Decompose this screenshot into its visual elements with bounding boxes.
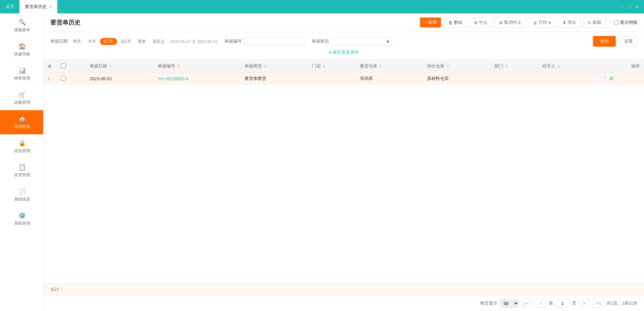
th-actions: 操作	[596, 60, 644, 73]
th-req-warehouse: 要货仓库 ⇅	[356, 60, 423, 73]
filter-bar: 单据日期 昨天 今天 近7天 近1月 更多 自定义 2023-05-27 至 2…	[44, 32, 644, 60]
cancel-stop-button[interactable]: ⊗ 取消中止	[495, 17, 526, 28]
sidebar: 🔍 搜索菜单 🏠 快捷导航 📊 销售管理 🛒 采购管理 🏠 库存核算 🔒 资金管…	[0, 13, 44, 311]
sidebar-item-sales[interactable]: 📊 销售管理	[0, 62, 43, 86]
header-actions: + 新增 🗑 删除 ⊗ 中止 ⊗ 取消中止 🖨 打印 ▾	[420, 17, 637, 28]
sort-wait-warehouse-icon[interactable]: ⇅	[446, 64, 449, 68]
inventory-icon: 🏠	[18, 115, 26, 123]
search-menu-icon: 🔍	[18, 18, 26, 26]
purchase-icon: 🛒	[18, 91, 26, 98]
tab-home[interactable]: 首页	[0, 0, 19, 13]
doc-no-link[interactable]: YH-20230602-4	[158, 76, 189, 81]
system-icon: ⚙️	[18, 212, 26, 219]
close-icon[interactable]: ✕	[635, 4, 639, 9]
stop-button[interactable]: ⊗ 中止	[470, 17, 492, 28]
table-footer: 合计：	[44, 283, 644, 295]
sidebar-item-label: 销售管理	[14, 76, 30, 81]
date-btn-7days[interactable]: 近7天	[100, 38, 117, 45]
sort-dept-icon[interactable]: ⇅	[505, 64, 508, 68]
select-all-checkbox[interactable]	[61, 63, 66, 68]
date-btn-yesterday[interactable]: 昨天	[70, 38, 84, 45]
sidebar-item-label: 基础信息	[14, 196, 30, 202]
refresh-button[interactable]: ↻ 刷新	[583, 17, 606, 28]
cancel-stop-icon: ⊗	[499, 20, 503, 25]
tab-requisition-history[interactable]: 要货单历史 ✕	[19, 0, 57, 13]
settings-button[interactable]: 设置	[620, 36, 637, 46]
first-page-button[interactable]: |＜	[522, 299, 533, 308]
date-btn-more[interactable]: 更多	[135, 38, 149, 45]
sidebar-item-label: 采购管理	[14, 100, 30, 105]
content-area: 要货单历史 + 新增 🗑 删除 ⊗ 中止 ⊗ 取消中止 🖨 打印	[44, 13, 644, 311]
view-action-icon[interactable]: 📄	[600, 76, 606, 82]
sort-store-icon[interactable]: ⇅	[323, 64, 325, 68]
sidebar-item-label: 快捷导航	[14, 51, 30, 57]
sidebar-item-inventory[interactable]: 🏠 库存核算	[0, 110, 43, 134]
th-checkbox	[57, 60, 86, 73]
query-button[interactable]: 查询	[593, 36, 616, 47]
print-icon: 🖨	[533, 20, 537, 25]
td-req-warehouse: 车间库	[356, 73, 423, 85]
page-number-input[interactable]	[556, 300, 569, 307]
date-btn-1month[interactable]: 近1月	[118, 38, 134, 45]
td-row-num: 1	[44, 73, 57, 85]
page-size-label: 每页显示	[480, 300, 497, 306]
maximize-icon[interactable]: □	[628, 4, 631, 9]
sort-handler-icon[interactable]: ⇅	[557, 64, 560, 68]
docno-label: 单据编号	[224, 38, 242, 44]
next-page-button[interactable]: ＞	[579, 299, 589, 308]
date-label: 单据日期	[50, 38, 68, 44]
print-button[interactable]: 🖨 打印 ▾	[529, 17, 555, 28]
sidebar-item-label: 系统管理	[14, 221, 30, 226]
td-doc-no: YH-20230602-4	[154, 73, 240, 85]
sum-label: 合计：	[50, 286, 63, 293]
sort-doc-date-icon[interactable]: ⇅	[109, 64, 112, 68]
close-tab-icon[interactable]: ✕	[49, 4, 52, 9]
sort-doc-type-icon[interactable]: ⇅	[264, 64, 267, 68]
docno-input[interactable]	[245, 37, 305, 46]
sort-req-warehouse-icon[interactable]: ⇅	[379, 64, 382, 68]
td-dept	[490, 73, 538, 85]
status-filter-group: 单据状态 ▾	[312, 37, 392, 46]
show-detail-checkbox-group[interactable]: 显示明细	[614, 19, 637, 26]
td-handler	[538, 73, 596, 85]
sidebar-item-quick-nav[interactable]: 🏠 快捷导航	[0, 38, 43, 62]
gear-icon[interactable]: ⚙	[48, 64, 52, 69]
show-detail-checkbox[interactable]	[614, 20, 619, 25]
status-select[interactable]: ▾	[332, 37, 392, 46]
expand-icon: ▾	[329, 50, 331, 55]
last-page-button[interactable]: ＞|	[592, 299, 603, 308]
sidebar-item-search-menu[interactable]: 🔍 搜索菜单	[0, 13, 43, 38]
export-icon: ⬆	[562, 20, 566, 25]
td-actions: 📄 ⚙	[596, 73, 644, 85]
sidebar-item-purchase[interactable]: 🛒 采购管理	[0, 86, 43, 110]
date-quick-btns: 昨天 今天 近7天 近1月 更多 自定义	[70, 38, 167, 45]
sidebar-item-finance[interactable]: 🔒 资金管理	[0, 134, 43, 159]
prev-page-button[interactable]: ＜	[536, 299, 546, 308]
print-dropdown-icon: ▾	[549, 20, 551, 25]
date-filter-group: 单据日期 昨天 今天 近7天 近1月 更多 自定义 2023-05-27 至 2…	[50, 38, 218, 45]
new-button[interactable]: + 新增	[420, 17, 441, 28]
row-checkbox[interactable]	[61, 76, 66, 81]
date-btn-today[interactable]: 今天	[85, 38, 99, 45]
minimize-icon[interactable]: －	[620, 4, 624, 10]
th-dept: 部门 ⇅	[490, 60, 538, 73]
page-header: 要货单历史 + 新增 🗑 删除 ⊗ 中止 ⊗ 取消中止 🖨 打印	[44, 13, 644, 32]
status-label: 单据状态	[312, 38, 329, 44]
sidebar-item-system[interactable]: ⚙️ 系统管理	[0, 207, 43, 231]
export-button[interactable]: ⬆ 导出	[558, 17, 581, 28]
td-store	[308, 73, 356, 85]
date-range-display: 2023-05-27 至 2023-06-02	[170, 39, 217, 45]
sidebar-item-operations[interactable]: 📋 经营管理	[0, 159, 43, 183]
sidebar-item-basic-info[interactable]: 📄 基础信息	[0, 183, 43, 207]
page-size-select[interactable]: 50 100 200	[500, 299, 519, 308]
sort-doc-no-icon[interactable]: ⇅	[177, 64, 180, 68]
edit-action-icon[interactable]: ⚙	[609, 76, 613, 82]
stop-icon: ⊗	[474, 20, 478, 25]
th-doc-date: 单据日期 ⇅	[86, 60, 154, 73]
date-btn-custom[interactable]: 自定义	[150, 38, 167, 45]
delete-button[interactable]: 🗑 删除	[444, 17, 467, 28]
filter-row: 单据日期 昨天 今天 近7天 近1月 更多 自定义 2023-05-27 至 2…	[50, 36, 637, 47]
expand-conditions-btn[interactable]: ▾ 展开更多条件	[50, 49, 637, 55]
td-doc-type: 要货单要货	[240, 73, 308, 85]
td-wait-warehouse: 原材料仓库	[423, 73, 490, 85]
